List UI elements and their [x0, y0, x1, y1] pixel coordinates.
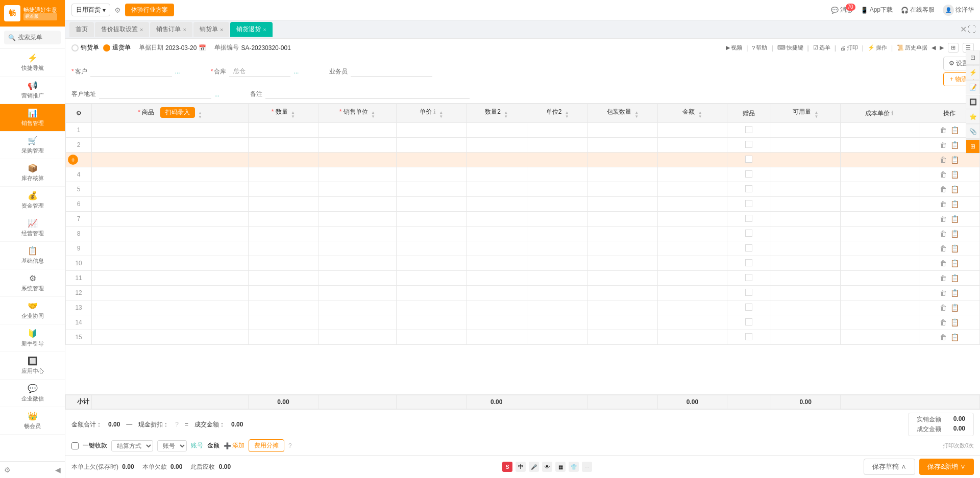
copy-row-button[interactable]: 📋 [949, 258, 960, 268]
pack-qty-cell[interactable] [588, 197, 657, 212]
quantity2-cell[interactable] [466, 227, 527, 241]
unit2-cell[interactable] [527, 330, 587, 345]
unit2-cell[interactable] [527, 227, 587, 241]
available-cell[interactable] [771, 330, 840, 345]
available-cell[interactable] [771, 286, 840, 300]
delete-row-button[interactable]: 🗑 [939, 199, 948, 209]
cost-price-cell[interactable] [841, 153, 919, 167]
quantity-cell[interactable] [249, 286, 318, 300]
scan-input-button[interactable]: 扫码录入 [160, 107, 195, 118]
copy-row-button[interactable]: 📋 [949, 303, 960, 313]
history-doc-button[interactable]: 📜 历史单据 [897, 44, 927, 52]
gift-cell[interactable] [727, 227, 771, 241]
delete-row-button[interactable]: 🗑 [939, 243, 948, 254]
sidebar-item-purchase[interactable]: 🛒 采购管理 [0, 132, 65, 159]
copy-row-button[interactable]: 📋 [949, 317, 960, 328]
sales-unit-cell[interactable] [318, 227, 397, 241]
one-click-payment-checkbox[interactable] [71, 442, 79, 449]
cost-price-cell[interactable] [841, 300, 919, 315]
quantity2-cell[interactable] [466, 241, 527, 256]
delete-row-button[interactable]: 🗑 [939, 303, 948, 313]
topbar-gear-icon[interactable]: ⚙ [114, 6, 121, 14]
radio-return[interactable]: 退货单 [103, 43, 131, 52]
settings-footer-button[interactable]: ⚙ [4, 466, 11, 474]
right-panel-btn-6[interactable]: 📎 [966, 124, 980, 139]
gift-cell[interactable] [727, 197, 771, 212]
amount-cell[interactable] [657, 271, 727, 286]
sidebar-item-enterprise[interactable]: 🤝 企业协同 [0, 297, 65, 324]
sales-unit-cell[interactable] [318, 315, 397, 330]
gift-cell[interactable] [727, 300, 771, 315]
pack-qty-cell[interactable] [588, 138, 657, 153]
sidebar-item-newguide[interactable]: 🔰 新手引导 [0, 324, 65, 352]
col-settings[interactable]: ⚙ [66, 104, 92, 123]
gift-checkbox[interactable] [745, 259, 752, 266]
quantity2-cell[interactable] [466, 197, 527, 212]
app-download-button[interactable]: 📱 App下载 [861, 6, 893, 14]
unit2-cell[interactable] [527, 212, 587, 227]
gift-cell[interactable] [727, 212, 771, 227]
unit-price-cell[interactable] [397, 241, 466, 256]
unit2-cell[interactable] [527, 123, 587, 138]
product-cell[interactable] [92, 138, 249, 153]
quantity-cell[interactable] [249, 241, 318, 256]
pack-qty-cell[interactable] [588, 315, 657, 330]
amount-cell[interactable] [657, 286, 727, 300]
gift-cell[interactable] [727, 138, 771, 153]
quantity2-cell[interactable] [466, 153, 527, 167]
unit2-cell[interactable] [527, 271, 587, 286]
amount-cell[interactable] [657, 182, 727, 197]
quantity-cell[interactable] [249, 138, 318, 153]
next-doc-button[interactable]: ▶ [940, 44, 944, 51]
cost-price-cell[interactable] [841, 227, 919, 241]
amount-cell[interactable] [657, 167, 727, 182]
cost-price-cell[interactable] [841, 315, 919, 330]
product-cell[interactable] [92, 227, 249, 241]
unit2-cell[interactable] [527, 138, 587, 153]
copy-row-button[interactable]: 📋 [949, 155, 960, 165]
delete-row-button[interactable]: 🗑 [939, 229, 948, 239]
settlement-method-select[interactable]: 结算方式 [111, 440, 153, 451]
cost-price-cell[interactable] [841, 197, 919, 212]
right-panel-btn-5[interactable]: ⭐ [966, 110, 980, 124]
tab-sales-return[interactable]: 销货退货 × [230, 22, 272, 37]
search-menu-button[interactable]: 🔍 搜索菜单 [4, 31, 61, 44]
gift-checkbox[interactable] [745, 274, 752, 281]
unit-price-cell[interactable] [397, 330, 466, 345]
gift-checkbox[interactable] [745, 230, 752, 237]
operations-button[interactable]: ⚡ 操作 [868, 44, 887, 52]
right-panel-btn-4[interactable]: 🔲 [966, 95, 980, 109]
cost-price-cell[interactable] [841, 286, 919, 300]
address-select-button[interactable]: ... [214, 91, 219, 98]
quantity-cell[interactable] [249, 182, 318, 197]
product-cell[interactable] [92, 271, 249, 286]
unit-price-cell[interactable] [397, 300, 466, 315]
tab-close-sales-delivery[interactable]: × [220, 27, 223, 33]
gift-checkbox[interactable] [745, 170, 752, 178]
sidebar-item-system[interactable]: ⚙ 系统管理 [0, 269, 65, 297]
tab-price-settings[interactable]: 售价提取设置 × [95, 22, 149, 37]
grid-view-button[interactable]: ⊞ [948, 43, 959, 53]
close-all-tabs-button[interactable]: ✕ [960, 24, 967, 34]
available-cell[interactable] [771, 315, 840, 330]
available-cell[interactable] [771, 138, 840, 153]
gift-cell[interactable] [727, 167, 771, 182]
customer-input[interactable] [90, 67, 172, 77]
unit-price-cell[interactable] [397, 197, 466, 212]
unit-price-cell[interactable] [397, 286, 466, 300]
cost-price-cell[interactable] [841, 123, 919, 138]
account-select[interactable]: 账号 [157, 440, 187, 451]
prev-doc-button[interactable]: ◀ [932, 44, 936, 51]
pack-qty-cell[interactable] [588, 330, 657, 345]
sidebar-item-basics[interactable]: 📋 基础信息 [0, 242, 65, 269]
gift-checkbox[interactable] [745, 185, 752, 192]
pack-qty-cell[interactable] [588, 300, 657, 315]
sales-unit-sort[interactable]: ▲▼ [371, 111, 375, 119]
add-fee-button[interactable]: ➕ 添加 [224, 441, 244, 450]
sys-icon-bar[interactable]: ▦ [555, 462, 566, 472]
quantity2-cell[interactable] [466, 123, 527, 138]
product-cell[interactable] [92, 167, 249, 182]
sales-unit-cell[interactable] [318, 300, 397, 315]
cost-price-cell[interactable] [841, 212, 919, 227]
quantity-cell[interactable] [249, 256, 318, 271]
